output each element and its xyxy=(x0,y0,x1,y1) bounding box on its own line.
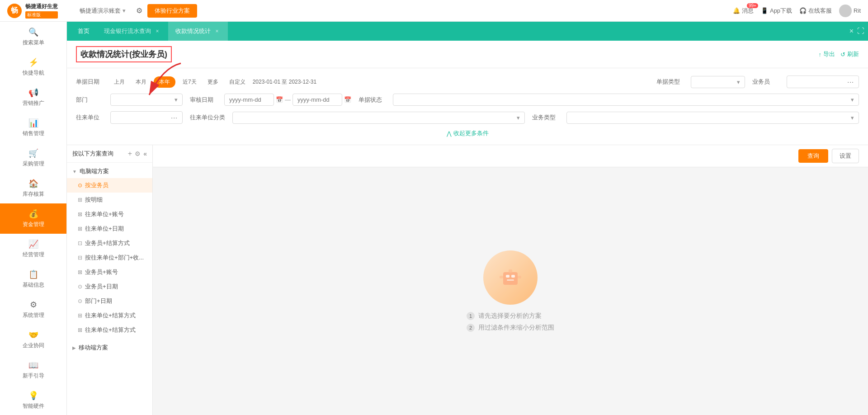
nav-current-workspace[interactable]: 畅捷通演示账套 ▾ xyxy=(74,4,131,18)
scheme-item-6-label: 业务员+账号 xyxy=(85,268,118,276)
sidebar-item-operations[interactable]: 📈 经营管理 xyxy=(0,234,66,264)
date-btn-custom[interactable]: 自定义 xyxy=(226,76,249,88)
top-header: 畅 畅捷通好生意 标准版 畅捷通演示账套 ▾ ⚙ 体验行业方案 🔔 消息 99+… xyxy=(0,0,868,22)
sidebar-item-collab[interactable]: 🤝 企业协同 xyxy=(0,325,66,355)
date-btn-last-month[interactable]: 上月 xyxy=(110,76,128,88)
base-icon: 📋 xyxy=(28,269,38,279)
partner-more-icon[interactable]: ··· xyxy=(171,114,178,121)
user-area[interactable]: Rit xyxy=(839,5,861,17)
date-btn-more[interactable]: 更多 xyxy=(204,76,222,88)
tab-collection-close[interactable]: × xyxy=(213,28,221,35)
mobile-group-label: 移动端方案 xyxy=(79,344,108,352)
sidebar-item-base[interactable]: 📋 基础信息 xyxy=(0,264,66,294)
scheme-group-desktop-title[interactable]: ▼ 电脑端方案 xyxy=(67,165,152,178)
salesperson-select[interactable]: ··· xyxy=(787,75,859,88)
tab-cashflow-close[interactable]: × xyxy=(154,28,161,35)
dept-select[interactable]: ▾ xyxy=(110,94,183,106)
scheme-item-4[interactable]: ⊡ 业务员+结算方式 xyxy=(67,236,152,250)
query-button[interactable]: 查询 xyxy=(798,149,828,163)
header-nav: 畅捷通演示账套 ▾ ⚙ 体验行业方案 xyxy=(74,4,733,18)
scheme-item-9[interactable]: ⊞ 往来单位+结算方式 xyxy=(67,308,152,323)
sidebar-item-label-search: 搜索菜单 xyxy=(23,39,44,47)
scheme-item-10[interactable]: ⊠ 往来单位+结算方式 xyxy=(67,323,152,337)
scheme-settings-icon[interactable]: ⚙ xyxy=(135,150,141,157)
sidebar-item-label-hardware: 智能硬件 xyxy=(23,402,44,410)
workspace-dropdown-icon[interactable]: ▾ xyxy=(123,7,126,14)
notification-area[interactable]: 🔔 消息 99+ xyxy=(733,7,754,15)
tab-close-all-icon[interactable]: × xyxy=(849,27,854,35)
scheme-group-mobile-title[interactable]: ▶ 移动端方案 xyxy=(67,341,152,354)
sidebar-item-label-sales: 销售管理 xyxy=(23,130,44,137)
headset-icon: 🎧 xyxy=(799,7,807,14)
inventory-icon: 🏠 xyxy=(28,179,38,189)
doc-status-select[interactable]: ▾ xyxy=(393,94,859,106)
sidebar-item-sales[interactable]: 📊 销售管理 xyxy=(0,113,66,143)
sidebar-item-inventory[interactable]: 🏠 库存核算 xyxy=(0,173,66,203)
sidebar-item-marketing[interactable]: 📢 营销推广 xyxy=(0,82,66,113)
date-btn-this-year[interactable]: 本年 xyxy=(154,76,175,88)
empty-tips: 1 请先选择要分析的方案 2 用过滤条件来缩小分析范围 xyxy=(467,312,554,332)
date-btn-this-month[interactable]: 本月 xyxy=(132,76,150,88)
biz-type-select[interactable]: ▾ xyxy=(566,112,859,124)
partner-type-select[interactable]: ▾ xyxy=(232,112,525,124)
scheme-item-7[interactable]: ⊙ 业务员+日期 xyxy=(67,279,152,294)
app-download-area[interactable]: 📱 App下载 xyxy=(761,7,792,15)
scheme-item-7-icon: ⊙ xyxy=(78,283,82,290)
salesperson-more-icon[interactable]: ··· xyxy=(847,78,854,85)
doc-type-chevron: ▾ xyxy=(737,79,740,85)
partner-select[interactable]: ··· xyxy=(110,111,183,124)
empty-tip-2: 2 用过滤条件来缩小分析范围 xyxy=(467,324,554,332)
content-area: 首页 现金银行流水查询 × 收款情况统计 × × ⛶ 收款情况统计(按业务员) … xyxy=(67,22,868,415)
tab-cashflow[interactable]: 现金银行流水查询 × xyxy=(97,22,168,41)
doc-type-label: 单据类型 xyxy=(656,78,684,86)
sidebar-item-finance[interactable]: 💰 资金管理 xyxy=(0,203,66,234)
tab-fullscreen-icon[interactable]: ⛶ xyxy=(857,27,864,35)
scheme-collapse-icon[interactable]: « xyxy=(143,150,147,157)
sidebar-item-hardware[interactable]: 💡 智能硬件 xyxy=(0,385,66,415)
tab-home[interactable]: 首页 xyxy=(71,22,97,41)
online-service-area[interactable]: 🎧 在线客服 xyxy=(799,7,832,15)
scheme-item-5[interactable]: ⊟ 按往来单位+部门+收... xyxy=(67,250,152,265)
tab-bar: 首页 现金银行流水查询 × 收款情况统计 × × ⛶ xyxy=(67,22,868,41)
svg-rect-2 xyxy=(511,275,515,278)
scheme-item-2[interactable]: ⊠ 往来单位+账号 xyxy=(67,207,152,222)
sidebar-item-label-guide: 新手引导 xyxy=(23,372,44,380)
review-date-to-input[interactable] xyxy=(292,94,342,106)
collapse-chevron-icon: ⋀ xyxy=(447,130,452,137)
scheme-item-1[interactable]: ⊞ 按明细 xyxy=(67,193,152,207)
sidebar-item-quicknav[interactable]: ⚡ 快捷导航 xyxy=(0,52,66,82)
export-button[interactable]: ↑ 导出 xyxy=(819,50,835,58)
scheme-item-8[interactable]: ⊙ 部门+日期 xyxy=(67,294,152,308)
sidebar-item-search[interactable]: 🔍 搜索菜单 xyxy=(0,22,66,52)
trial-button[interactable]: 体验行业方案 xyxy=(147,4,197,18)
sidebar-item-system[interactable]: ⚙ 系统管理 xyxy=(0,294,66,325)
collab-icon: 🤝 xyxy=(28,330,38,340)
scheme-add-icon[interactable]: + xyxy=(128,150,132,158)
doc-type-select[interactable]: ▾ xyxy=(691,76,745,88)
scheme-item-0[interactable]: ⊙ 按业务员 xyxy=(67,178,152,193)
query-toolbar: 查询 设置 xyxy=(153,145,868,167)
date-from-calendar-icon[interactable]: 📅 xyxy=(276,96,283,103)
refresh-label: 刷新 xyxy=(847,50,859,58)
hardware-icon: 💡 xyxy=(28,391,38,401)
collapse-button[interactable]: ⋀ 收起更多条件 xyxy=(76,129,859,137)
review-date-from-input[interactable] xyxy=(224,94,274,106)
date-to-calendar-icon[interactable]: 📅 xyxy=(344,96,351,103)
scheme-item-6-icon: ⊠ xyxy=(78,269,82,275)
sidebar-item-purchase[interactable]: 🛒 采购管理 xyxy=(0,143,66,173)
date-btn-7days[interactable]: 近7天 xyxy=(179,76,200,88)
empty-tip-1: 1 请先选择要分析的方案 xyxy=(467,312,554,320)
scheme-item-3[interactable]: ⊠ 往来单位+日期 xyxy=(67,222,152,236)
online-service-label: 在线客服 xyxy=(808,7,832,15)
refresh-button[interactable]: ↺ 刷新 xyxy=(840,50,859,58)
collapse-label: 收起更多条件 xyxy=(453,129,489,137)
settings-icon[interactable]: ⚙ xyxy=(133,5,146,17)
settings-button[interactable]: 设置 xyxy=(832,149,859,163)
scheme-item-6[interactable]: ⊠ 业务员+账号 xyxy=(67,265,152,279)
refresh-icon: ↺ xyxy=(840,51,845,58)
tab-collection[interactable]: 收款情况统计 × xyxy=(168,22,228,41)
sidebar-item-label-marketing: 营销推广 xyxy=(23,99,44,107)
review-date-range: 📅 — 📅 xyxy=(224,94,351,106)
scheme-panel-header: 按以下方案查询 + ⚙ « xyxy=(67,145,152,163)
sidebar-item-guide[interactable]: 📖 新手引导 xyxy=(0,355,66,385)
